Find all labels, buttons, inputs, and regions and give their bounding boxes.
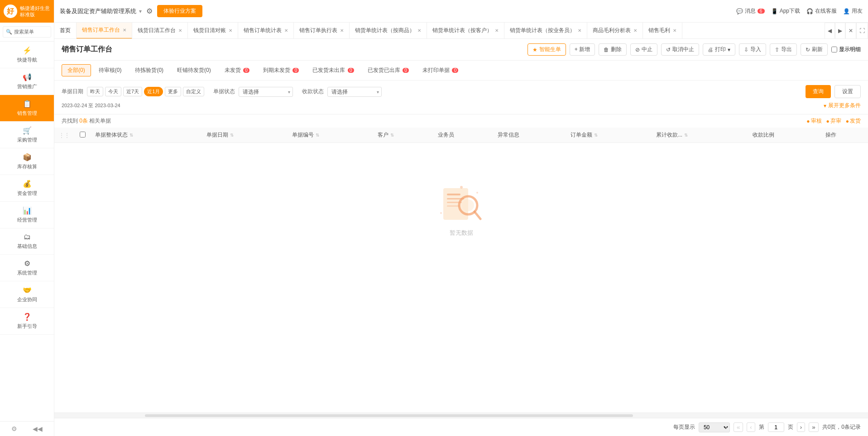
filter-tab-all[interactable]: 全部(0) <box>62 64 91 76</box>
filter-tab-unprinted[interactable]: 未打印单据 0 <box>417 64 464 76</box>
tab-close-by-product[interactable]: ✕ <box>417 28 421 33</box>
tab-close-extra[interactable]: ✕ <box>673 28 676 33</box>
tab-fullscreen[interactable]: ⛶ <box>856 23 868 39</box>
select-all-checkbox[interactable] <box>80 132 86 137</box>
cancel-review-action[interactable]: ● 弃审 <box>826 117 841 125</box>
page-size-select[interactable]: 50 10 20 100 <box>699 422 730 432</box>
sidebar-logo: 好 畅捷通好生意 标准版 <box>0 0 54 23</box>
number-sort-icon[interactable]: ⇅ <box>316 133 319 137</box>
sidebar-collapse-btn[interactable]: ◀◀ <box>33 425 43 432</box>
expand-conditions-btn[interactable]: ▾ 展开更多条件 <box>824 102 861 109</box>
solution-btn[interactable]: 体验行业方案 <box>157 5 202 17</box>
sidebar-item-guide[interactable]: ❓ 新手引导 <box>0 308 54 335</box>
prev-page-btn[interactable]: ‹ <box>747 422 755 432</box>
date-btn-custom[interactable]: 自定义 <box>183 87 204 96</box>
sidebar-item-inventory[interactable]: 📦 库存核算 <box>0 148 54 175</box>
page-size-wrapper: 50 10 20 100 <box>699 422 730 432</box>
tab-profit-analysis[interactable]: 商品毛利分析表 ✕ <box>587 23 643 39</box>
delete-btn[interactable]: 🗑 删除 <box>599 43 627 56</box>
date-btn-1month[interactable]: 近1月 <box>144 87 163 96</box>
sidebar-item-sales[interactable]: 📋 销售管理 <box>0 95 54 122</box>
sidebar-search-btn[interactable]: 🔍 搜索菜单 <box>3 26 51 38</box>
tab-close-all[interactable]: ✕ <box>845 23 856 39</box>
customer-sort-icon[interactable]: ⇅ <box>390 133 394 137</box>
collected-sort-icon[interactable]: ⇅ <box>684 133 688 137</box>
show-detail-toggle[interactable]: 显示明细 <box>831 46 861 53</box>
last-page-btn[interactable]: » <box>809 422 818 432</box>
print-btn[interactable]: 🖨 打印 ▾ <box>703 43 735 56</box>
query-btn[interactable]: 查询 <box>806 85 831 98</box>
sidebar-item-purchase[interactable]: 🛒 采购管理 <box>0 122 54 148</box>
sidebar-item-quick-nav[interactable]: ⚡ 快捷导航 <box>0 42 54 68</box>
tab-close-sales-workbench[interactable]: ✕ <box>123 28 126 33</box>
tab-cash-daily[interactable]: 钱货日清工作台 ✕ <box>132 23 188 39</box>
filter-tab-shipped-not-out[interactable]: 已发货未出库 0 <box>307 64 360 76</box>
payment-select[interactable]: 请选择 <box>327 87 382 97</box>
tab-sales-exec[interactable]: 销售订单执行表 ✕ <box>294 23 350 39</box>
sidebar-item-finance[interactable]: 💰 资金管理 <box>0 175 54 202</box>
tab-sales-by-staff[interactable]: 销货单统计表（按业务员） ✕ <box>504 23 587 39</box>
tab-sales-by-product[interactable]: 销货单统计表（按商品） ✕ <box>350 23 427 39</box>
user-menu-btn[interactable]: 👤 用友 <box>843 7 863 15</box>
next-page-btn[interactable]: › <box>797 422 805 432</box>
tab-close-cash-daily[interactable]: ✕ <box>178 28 182 33</box>
first-page-btn[interactable]: « <box>734 422 743 432</box>
export-btn[interactable]: ⇧ 导出 <box>770 43 797 56</box>
filter-tab-shipped-out[interactable]: 已发货已出库 0 <box>362 64 415 76</box>
tab-sales-stat[interactable]: 销售订单统计表 ✕ <box>238 23 294 39</box>
add-btn[interactable]: + 新增 <box>570 43 595 56</box>
date-btn-7days[interactable]: 近7天 <box>123 87 142 96</box>
online-service-btn[interactable]: 🎧 在线客服 <box>806 7 837 15</box>
show-detail-checkbox[interactable] <box>831 47 837 52</box>
sidebar-item-cooperation[interactable]: 🤝 企业协同 <box>0 281 54 308</box>
tab-close-sales-stat[interactable]: ✕ <box>284 28 288 33</box>
tab-close-by-customer[interactable]: ✕ <box>495 28 499 33</box>
cancel-abort-btn[interactable]: ↺ 取消中止 <box>661 43 699 56</box>
filter-tab-pending-review[interactable]: 待审核(0) <box>93 64 128 76</box>
page-number-input[interactable] <box>768 422 784 432</box>
sidebar-item-operation[interactable]: 📊 经营管理 <box>0 202 54 228</box>
date-btn-today[interactable]: 今天 <box>105 87 121 96</box>
tab-sales-by-customer[interactable]: 销货单统计表（按客户） ✕ <box>427 23 504 39</box>
app-download-btn[interactable]: 📱 App下载 <box>771 7 800 15</box>
tab-close-by-staff[interactable]: ✕ <box>578 28 581 33</box>
status-sort-icon[interactable]: ⇅ <box>129 133 133 137</box>
sidebar-item-basic-info[interactable]: 🗂 基础信息 <box>0 228 54 255</box>
sidebar-settings-btn[interactable]: ⚙ <box>11 425 17 432</box>
tab-next-arrow[interactable]: ▶ <box>835 23 845 39</box>
abort-btn[interactable]: ⊘ 中止 <box>630 43 657 56</box>
message-btn[interactable]: 💬 消息 6 <box>736 7 765 15</box>
export-icon: ⇧ <box>775 47 779 53</box>
tab-close-sales-exec[interactable]: ✕ <box>340 28 344 33</box>
amount-sort-icon[interactable]: ⇅ <box>594 133 598 137</box>
svg-point-8 <box>460 186 463 189</box>
date-btn-more[interactable]: 更多 <box>165 87 181 96</box>
tab-sales-extra[interactable]: 销售毛利 ✕ <box>643 23 682 39</box>
review-action[interactable]: ● 审核 <box>806 117 821 125</box>
settings-btn[interactable]: 设置 <box>834 85 861 98</box>
status-select[interactable]: 请选择 <box>239 87 293 97</box>
filter-tab-unshipped[interactable]: 未发货 0 <box>219 64 255 76</box>
tab-close-profit[interactable]: ✕ <box>633 28 637 33</box>
filter-tab-expired-unshipped[interactable]: 到期未发货 0 <box>257 64 305 76</box>
tab-sales-workbench[interactable]: 销售订单工作台 ✕ <box>77 23 132 39</box>
tab-home[interactable]: 首页 <box>54 23 77 39</box>
filter-tab-pending-inspect[interactable]: 待拣验货(0) <box>129 64 169 76</box>
date-sort-icon[interactable]: ⇅ <box>230 133 234 137</box>
tab-prev-arrow[interactable]: ◀ <box>825 23 835 39</box>
sidebar-item-system[interactable]: ⚙ 系统管理 <box>0 255 54 281</box>
print-icon: 🖨 <box>708 47 713 53</box>
import-btn[interactable]: ⇩ 导入 <box>739 43 766 56</box>
date-btn-yesterday[interactable]: 昨天 <box>87 87 103 96</box>
topbar-gear-icon[interactable]: ⚙ <box>146 7 153 15</box>
refresh-btn[interactable]: ↻ 刷新 <box>801 43 828 56</box>
smart-create-btn[interactable]: ★ 智能生单 <box>528 43 566 56</box>
sidebar-item-marketing[interactable]: 📢 营销推广 <box>0 68 54 95</box>
filter-tab-wangpu[interactable]: 旺铺待发货(0) <box>171 64 217 76</box>
ship-action[interactable]: ● 发货 <box>846 117 861 125</box>
tab-cash-reconcile[interactable]: 钱货日清对账 ✕ <box>188 23 238 39</box>
cancel-review-icon: ● <box>826 118 830 124</box>
horizontal-scrollbar[interactable] <box>54 412 868 418</box>
tab-close-cash-reconcile[interactable]: ✕ <box>229 28 232 33</box>
delete-icon: 🗑 <box>604 47 609 53</box>
